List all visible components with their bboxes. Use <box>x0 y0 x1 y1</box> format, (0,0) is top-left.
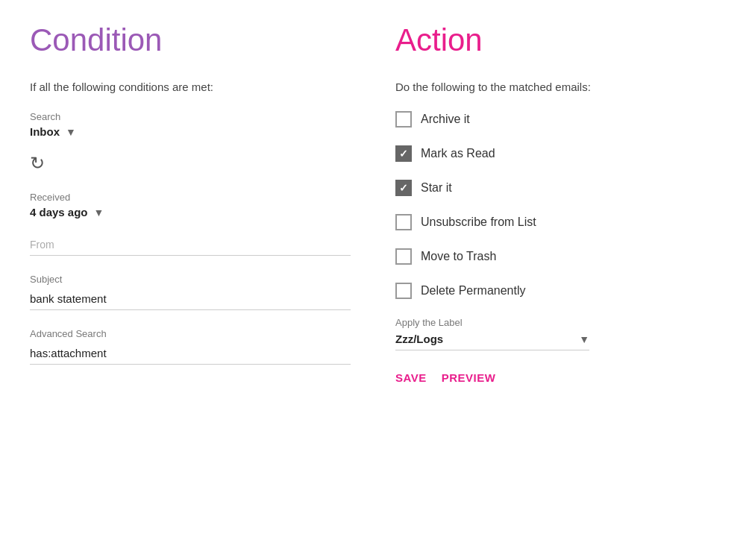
subject-field-group: Subject <box>30 274 351 310</box>
received-dropdown[interactable]: 4 days ago ▼ <box>30 206 351 218</box>
from-input[interactable] <box>30 233 351 256</box>
checkbox-star[interactable] <box>395 180 412 196</box>
checkbox-label-trash: Move to Trash <box>421 250 496 263</box>
subject-label: Subject <box>30 274 351 285</box>
checkbox-mark-read[interactable] <box>395 145 412 162</box>
advanced-search-group: Advanced Search <box>30 328 351 365</box>
condition-title: Condition <box>30 22 351 58</box>
checkbox-row-unsubscribe[interactable]: Unsubscribe from List <box>395 214 716 230</box>
checkbox-trash[interactable] <box>395 248 412 265</box>
label-value: Zzz/Logs <box>395 333 579 345</box>
received-label: Received <box>30 192 351 203</box>
checkbox-label-star: Star it <box>421 181 452 195</box>
save-button[interactable]: SAVE <box>395 371 427 384</box>
label-dropdown[interactable]: Zzz/Logs ▼ <box>395 333 589 350</box>
search-dropdown-arrow[interactable]: ▼ <box>66 126 76 138</box>
advanced-search-input[interactable] <box>30 342 351 365</box>
search-value: Inbox <box>30 125 60 138</box>
checkbox-row-archive[interactable]: Archive it <box>395 111 716 128</box>
received-dropdown-arrow[interactable]: ▼ <box>94 207 104 218</box>
condition-panel: Condition If all the following condition… <box>30 22 351 384</box>
action-buttons: SAVE PREVIEW <box>395 371 716 384</box>
search-label: Search <box>30 111 351 122</box>
received-value: 4 days ago <box>30 206 88 218</box>
subject-input[interactable] <box>30 288 351 310</box>
checkbox-label-unsubscribe: Unsubscribe from List <box>421 215 536 229</box>
checkbox-row-mark-read[interactable]: Mark as Read <box>395 145 716 162</box>
action-checkboxes: Archive itMark as ReadStar itUnsubscribe… <box>395 111 716 299</box>
checkbox-row-delete[interactable]: Delete Permanently <box>395 283 716 299</box>
checkbox-delete[interactable] <box>395 283 412 299</box>
advanced-search-label: Advanced Search <box>30 328 351 339</box>
checkbox-archive[interactable] <box>395 111 412 128</box>
action-subtitle: Do the following to the matched emails: <box>395 81 716 93</box>
preview-button[interactable]: PREVIEW <box>442 371 496 384</box>
checkbox-row-star[interactable]: Star it <box>395 180 716 196</box>
checkbox-label-mark-read: Mark as Read <box>421 147 495 160</box>
label-section: Apply the Label Zzz/Logs ▼ <box>395 317 716 350</box>
checkbox-label-archive: Archive it <box>421 113 470 126</box>
label-section-title: Apply the Label <box>395 317 716 328</box>
checkbox-row-trash[interactable]: Move to Trash <box>395 248 716 265</box>
action-panel: Action Do the following to the matched e… <box>395 22 716 384</box>
checkbox-unsubscribe[interactable] <box>395 214 412 230</box>
refresh-icon[interactable]: ↻ <box>30 153 45 174</box>
from-field-group <box>30 233 351 256</box>
checkbox-label-delete: Delete Permanently <box>421 284 526 298</box>
action-title: Action <box>395 22 716 58</box>
label-dropdown-arrow[interactable]: ▼ <box>579 333 589 345</box>
condition-subtitle: If all the following conditions are met: <box>30 81 351 93</box>
search-dropdown[interactable]: Inbox ▼ <box>30 125 351 138</box>
